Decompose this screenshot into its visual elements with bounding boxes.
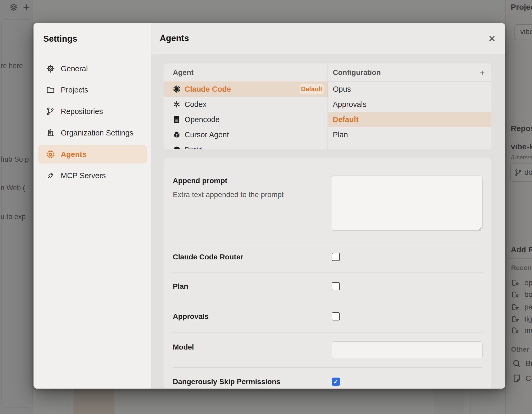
- config-row-opus[interactable]: Opus: [328, 81, 491, 97]
- approvals-label: Approvals: [173, 311, 209, 322]
- settings-sidebar: Settings General Projects: [34, 23, 151, 389]
- building-icon: [46, 128, 55, 137]
- approvals-checkbox[interactable]: [332, 312, 340, 320]
- agent-row-codex[interactable]: Codex: [164, 97, 328, 112]
- sidebar-item-projects[interactable]: Projects: [38, 81, 147, 99]
- config-name: Approvals: [333, 100, 367, 109]
- close-icon[interactable]: ×: [484, 31, 500, 46]
- resize-grip-icon[interactable]: [478, 226, 489, 389]
- sidebar-item-repositories[interactable]: Repositories: [38, 102, 147, 121]
- config-name: Opus: [333, 85, 351, 94]
- settings-title: Settings: [43, 31, 77, 47]
- add-configuration-button[interactable]: +: [476, 66, 489, 79]
- agent-name: Droid: [185, 146, 203, 150]
- opencode-logo-icon: [173, 116, 180, 123]
- config-column-header: Configuration: [333, 63, 381, 81]
- claude-code-router-label: Claude Code Router: [173, 252, 243, 262]
- agent-column-header: Agent: [173, 63, 193, 81]
- claude-starburst-icon: [173, 85, 181, 93]
- page-title: Agents: [160, 30, 189, 46]
- agent-name: Claude Code: [185, 85, 231, 94]
- model-input[interactable]: [332, 341, 483, 358]
- config-name: Plan: [333, 130, 348, 139]
- form-divider: [173, 367, 483, 368]
- cpu-icon: [46, 150, 55, 159]
- folder-icon: [46, 85, 55, 94]
- config-form: Append prompt Extra text appended to the…: [164, 158, 491, 389]
- agent-row-claude-code[interactable]: Claude Code Default: [164, 81, 328, 97]
- plan-checkbox[interactable]: [332, 282, 340, 290]
- sidebar-item-label: Organization Settings: [61, 129, 133, 137]
- form-divider: [173, 273, 483, 273]
- agent-row-cursor-agent[interactable]: Cursor Agent: [164, 127, 328, 142]
- form-divider: [173, 332, 483, 333]
- append-prompt-textarea[interactable]: [332, 176, 483, 231]
- default-badge: Default: [300, 84, 324, 94]
- screen: re here hub So p n Web ( u to exp Descri…: [0, 0, 532, 414]
- skip-permissions-label: Dangerously Skip Permissions: [173, 377, 280, 387]
- sidebar-item-label: MCP Servers: [61, 171, 106, 180]
- sidebar-item-label: Projects: [61, 86, 88, 94]
- claude-code-router-checkbox[interactable]: [332, 253, 340, 261]
- droid-logo-icon: [173, 146, 181, 149]
- gear-icon: [46, 64, 55, 73]
- sidebar-item-general[interactable]: General: [38, 59, 147, 78]
- append-prompt-label: Append prompt: [173, 176, 227, 186]
- git-branch-icon: [46, 107, 55, 116]
- form-divider: [173, 303, 483, 303]
- append-prompt-description: Extra text appended to the prompt: [173, 189, 284, 200]
- config-row-plan[interactable]: Plan: [328, 127, 491, 142]
- config-name: Default: [333, 115, 358, 124]
- config-row-approvals[interactable]: Approvals: [328, 97, 491, 112]
- model-label: Model: [173, 342, 194, 352]
- modal-header: Agents ×: [151, 23, 505, 54]
- plug-icon: [46, 171, 55, 180]
- sidebar-item-label: Repositories: [61, 107, 103, 116]
- openai-logo-icon: [173, 100, 181, 108]
- agent-row-droid[interactable]: Droid: [164, 142, 328, 149]
- sidebar-item-label: Agents: [61, 150, 86, 159]
- agent-name: Codex: [185, 100, 207, 109]
- agent-name: Cursor Agent: [185, 130, 229, 139]
- settings-modal: Settings General Projects: [34, 23, 505, 389]
- sidebar-item-mcp-servers[interactable]: MCP Servers: [38, 166, 147, 185]
- sidebar-item-organization-settings[interactable]: Organization Settings: [38, 124, 147, 142]
- agent-row-opencode[interactable]: Opencode: [164, 112, 328, 127]
- config-row-default[interactable]: Default: [328, 112, 491, 127]
- plan-label: Plan: [173, 281, 188, 292]
- sidebar-item-label: General: [61, 64, 88, 73]
- cursor-logo-icon: [173, 131, 181, 139]
- sidebar-item-agents[interactable]: Agents: [38, 145, 147, 164]
- header-divider: [34, 54, 505, 54]
- agent-name: Opencode: [185, 115, 220, 124]
- skip-permissions-checkbox[interactable]: ✓: [332, 378, 340, 386]
- form-divider: [173, 243, 483, 243]
- agents-table: Agent Configuration + Claude Code Defaul…: [164, 63, 491, 149]
